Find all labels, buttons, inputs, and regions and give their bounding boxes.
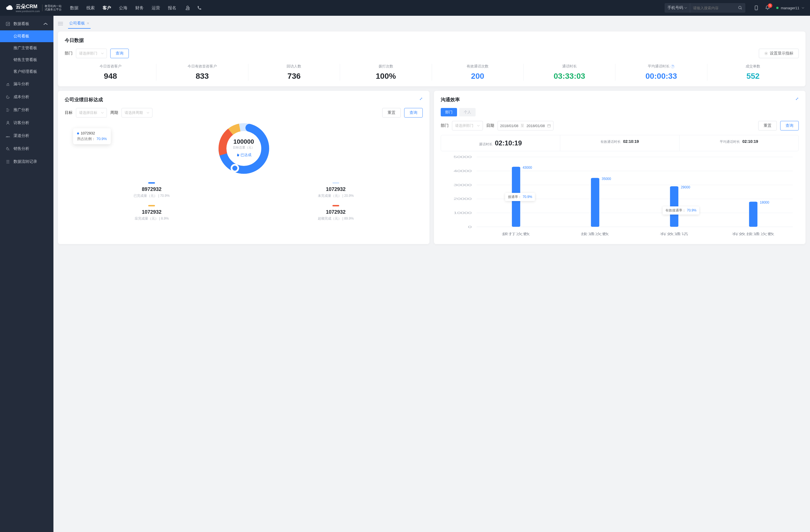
expand-icon[interactable]: ⤢ — [419, 97, 423, 101]
sidebar-sub-item[interactable]: 推广主管看板 — [0, 42, 53, 54]
stat-item: 有效通话次数200 — [432, 64, 524, 81]
svg-text:接通次数: 接通次数 — [581, 232, 610, 236]
donut-chart: 100000 目标总量（元） 已达成 1072932 所占比例：70.9% — [65, 120, 423, 177]
tab-company-board[interactable]: 公司看板 ✕ — [68, 19, 91, 29]
reset-button[interactable]: 重置 — [758, 121, 777, 131]
topnav-item[interactable]: 客户 — [103, 5, 111, 11]
chevron-down-icon — [147, 112, 149, 114]
target-select[interactable]: 请选择目标 — [76, 108, 107, 118]
topnav-item[interactable]: 财务 — [135, 5, 144, 11]
today-title: 今日数据 — [65, 37, 799, 44]
svg-rect-29 — [749, 202, 757, 227]
stat-value: 200 — [432, 72, 523, 81]
gear-icon — [764, 51, 768, 55]
logo[interactable]: 云朵CRM www.yunduocrm.com 教育机构一站式服务云平台 — [6, 3, 62, 13]
pill-person[interactable]: 个人 — [459, 108, 475, 116]
stat-value: 03:33:03 — [524, 72, 615, 81]
brand-url: www.yunduocrm.com — [16, 10, 40, 13]
sidebar-item[interactable]: 推广分析 — [0, 103, 53, 116]
stat-label: 成交单数 — [707, 64, 799, 69]
svg-text:10000: 10000 — [453, 211, 472, 215]
thumbs-up-icon — [236, 153, 239, 156]
svg-text:有效通话: 有效通话 — [660, 232, 688, 236]
menu-toggle-icon[interactable] — [58, 22, 63, 25]
sidebar-icon — [6, 108, 10, 112]
sidebar-icon — [6, 95, 10, 99]
search-input[interactable] — [690, 6, 735, 10]
status-dot — [776, 7, 778, 9]
close-icon[interactable]: ✕ — [87, 21, 90, 25]
bar-chart: 01000020000300004000050000拨打次数接通次数有效通话有效… — [441, 154, 799, 238]
top-right: 5 manager11 — [754, 5, 804, 11]
notification-bell[interactable]: 5 — [765, 5, 770, 11]
topnav-item[interactable]: 线索 — [86, 5, 95, 11]
sidebar-item[interactable]: 渠道分析 — [0, 129, 53, 142]
pill-dept[interactable]: 部门 — [441, 108, 457, 116]
goal-title: 公司业绩目标达成 — [65, 97, 103, 103]
content-area: 公司看板 ✕ 今日数据 部门 请选择部门 查询 设置显示指标 今日首咨客户948… — [53, 16, 810, 532]
eff-pill-tabs: 部门 个人 — [441, 108, 799, 116]
reset-button[interactable]: 重置 — [382, 108, 401, 118]
stat-label: 拨打次数 — [340, 64, 432, 69]
stats-row: 今日首咨客户948今日有效首咨客户833回访人数736拨打次数100%有效通话次… — [65, 64, 799, 81]
topbar: 云朵CRM www.yunduocrm.com 教育机构一站式服务云平台 数据线… — [0, 0, 810, 16]
svg-point-4 — [765, 53, 767, 54]
stat-item: 通话时长03:33:03 — [524, 64, 615, 81]
query-button[interactable]: 查询 — [404, 108, 423, 118]
eff-summary: 通话时长02:10:19有效通话时长02:10:19平均通话时长02:10:19 — [441, 135, 799, 151]
bar-svg: 01000020000300004000050000拨打次数接通次数有效通话有效… — [441, 154, 799, 238]
eff-dept-select[interactable]: 请选择部门 — [452, 121, 483, 131]
stat-value: 100% — [340, 72, 432, 81]
sidebar-item[interactable]: 数据流转记录 — [0, 155, 53, 168]
sidebar-item[interactable]: 访客分析 — [0, 116, 53, 129]
topnav-item[interactable]: 报名 — [168, 5, 176, 11]
svg-point-0 — [739, 6, 741, 9]
eff-filter: 部门 请选择部门 日期 2018/01/08 至 2018/01/08 重置 查… — [441, 121, 799, 131]
topnav-item[interactable]: 公海 — [119, 5, 127, 11]
sidebar-item[interactable]: 销售分析 — [0, 142, 53, 155]
settings-indicator-button[interactable]: 设置显示指标 — [759, 49, 799, 58]
stat-value: 833 — [156, 72, 248, 81]
svg-text:30000: 30000 — [453, 183, 472, 187]
target-label: 目标 — [65, 110, 72, 115]
eff-connect-rate-label: 有效接通率：70.9% — [663, 206, 699, 215]
svg-rect-10 — [548, 124, 551, 127]
search-type-select[interactable]: 手机号码 — [665, 3, 690, 13]
sidebar-sub-item[interactable]: 销售主管看板 — [0, 54, 53, 66]
date-range-input[interactable]: 2018/01/08 至 2018/01/08 — [498, 121, 553, 131]
sidebar-item[interactable]: 漏斗分析 — [0, 78, 53, 90]
top-nav: 数据线索客户公海财务运营报名 — [70, 5, 176, 11]
chevron-down-icon — [101, 53, 104, 54]
sidebar-sub-item[interactable]: 客户经理看板 — [0, 66, 53, 78]
add-user-icon[interactable] — [185, 5, 190, 11]
topnav-item[interactable]: 数据 — [70, 5, 79, 11]
search-button[interactable] — [735, 6, 745, 10]
chevron-down-icon — [477, 125, 480, 127]
stat-value: 948 — [65, 72, 156, 81]
expand-icon[interactable]: ⤢ — [795, 97, 799, 101]
sidebar-icon — [6, 160, 10, 164]
stat-item: 今日首咨客户948 — [65, 64, 156, 81]
query-button[interactable]: 查询 — [110, 49, 129, 58]
phone-icon[interactable] — [197, 5, 202, 11]
bar-value-label: 43000 — [522, 166, 532, 169]
eff-title: 沟通效率 — [441, 97, 460, 103]
query-button[interactable]: 查询 — [780, 121, 799, 131]
svg-text:有效接通次数: 有效接通次数 — [732, 232, 775, 236]
mobile-icon[interactable] — [754, 5, 759, 11]
donut-center: 100000 目标总量（元） 已达成 — [233, 138, 255, 157]
svg-text:50000: 50000 — [453, 155, 472, 159]
topnav-item[interactable]: 运营 — [151, 5, 160, 11]
bar-value-label: 35000 — [602, 177, 611, 181]
help-icon[interactable]: ? — [671, 65, 675, 68]
chevron-down-icon — [801, 7, 804, 9]
chevron-up-icon — [43, 22, 48, 26]
user-menu[interactable]: manager11 — [776, 6, 804, 10]
period-select[interactable]: 请选择周期 — [122, 108, 152, 118]
dept-select[interactable]: 请选择部门 — [76, 49, 107, 58]
sidebar-sub-item[interactable]: 公司看板 — [0, 30, 53, 42]
stat-item: 拨打次数100% — [340, 64, 432, 81]
sidebar-item[interactable]: 成本分析 — [0, 90, 53, 103]
sidebar-group-dashboard[interactable]: 数据看板 — [0, 17, 53, 30]
bar-value-label: 29000 — [681, 185, 690, 189]
